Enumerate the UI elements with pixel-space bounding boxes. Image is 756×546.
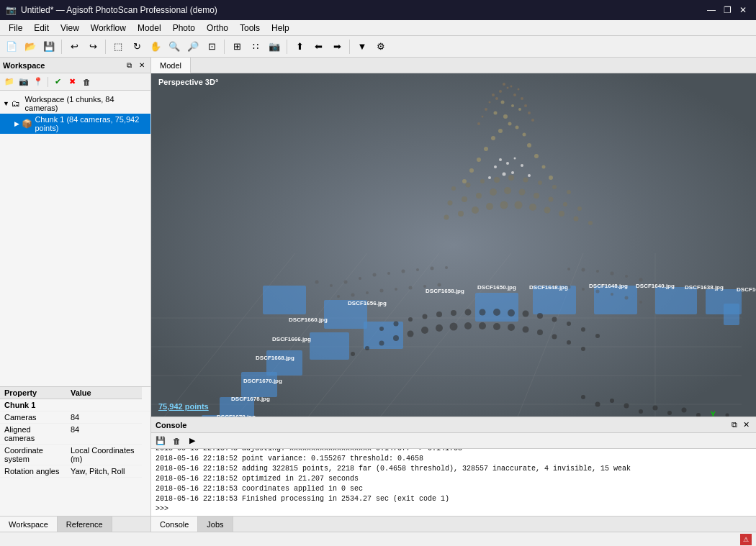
save-button[interactable]: 💾 [40,38,58,55]
console-controls: ⧉ ✕ [729,420,752,429]
ws-add-marker[interactable]: 📍 [32,76,45,88]
svg-point-56 [523,133,526,137]
tree-chunk[interactable]: ▶ 📦 Chunk 1 (84 cameras, 75,942 points) [0,114,150,134]
prop-header-property: Property [0,387,66,399]
view-top[interactable]: ⬆ [291,38,308,55]
tab-jobs[interactable]: Jobs [198,517,233,532]
svg-point-63 [462,179,467,183]
svg-point-46 [531,119,534,122]
redo-button[interactable]: ↪ [84,38,102,55]
svg-point-110 [402,270,405,273]
tab-model[interactable]: Model [151,58,191,73]
svg-point-95 [499,158,502,161]
menu-photo[interactable]: Photo [167,20,201,35]
ws-delete[interactable]: 🗑 [80,76,93,88]
open-button[interactable]: 📂 [22,38,39,55]
prop-row-4: Rotation anglesYaw, Pitch, Roll [0,465,150,478]
svg-rect-16 [241,372,277,397]
menu-tools[interactable]: Tools [234,20,266,35]
tab-reference[interactable]: Reference [58,517,112,532]
restore-button[interactable]: ❐ [720,3,734,17]
new-button[interactable]: 📄 [3,38,20,55]
menu-model[interactable]: Model [132,20,167,35]
grid-button[interactable]: ⊞ [228,38,246,55]
console-output[interactable]: 2018-05-16 22:18:48 adjusting: xxxxxxxxx… [151,449,756,516]
camera-button[interactable]: 📷 [266,38,283,55]
zoom-in-button[interactable]: 🔍 [166,38,183,55]
svg-point-134 [625,296,629,300]
console-clear-button[interactable]: 🗑 [170,434,183,447]
console-line: 2018-05-16 22:18:48 adjusting: xxxxxxxxx… [156,449,752,454]
ws-add-camera[interactable]: 📷 [17,76,30,88]
svg-point-100 [503,173,506,176]
tab-console[interactable]: Console [151,517,198,532]
svg-point-141 [451,310,456,316]
zoom-out-button[interactable]: 🔎 [184,38,202,55]
svg-point-163 [508,324,515,331]
console-float-button[interactable]: ⧉ [729,420,739,429]
svg-point-79 [519,189,526,196]
view-side[interactable]: ➡ [328,38,346,55]
svg-point-59 [477,158,481,162]
svg-point-92 [559,211,564,217]
workspace-float-button[interactable]: ⧉ [123,60,135,71]
menu-edit[interactable]: Edit [28,20,55,35]
tree-chunk-icon: 📦 [22,119,32,129]
ws-error[interactable]: ✖ [66,76,78,88]
svg-rect-11 [263,286,306,314]
svg-point-71 [538,181,542,185]
svg-point-106 [344,281,348,284]
svg-point-144 [493,309,500,316]
prop-key: Rotation angles [0,465,66,478]
toolbar: 📄 📂 💾 ↩ ↪ ⬚ ↻ ✋ 🔍 🔎 ⊡ ⊞ ∷ 📷 ⬆ ⬅ ➡ ▼ ⚙ [0,36,756,58]
svg-point-32 [507,87,509,89]
console-lines: 2018-05-16 22:18:48 adjusting: xxxxxxxxx… [156,449,752,514]
svg-point-70 [523,178,528,183]
menu-workflow[interactable]: Workflow [85,20,132,35]
ws-add-chunk[interactable]: 📁 [3,76,16,88]
svg-point-91 [544,207,551,214]
scene-viewport-svg: Y X Z DSCF1656.jpg DSCF1658.jpg DSCF1650… [151,73,756,417]
console-run-button[interactable]: ▶ [186,434,199,447]
titlebar-controls: — ❐ ✕ [704,3,750,17]
prop-key: Coordinate system [0,445,66,465]
svg-point-39 [489,101,491,104]
zoom-fit-button[interactable]: ⊡ [203,38,220,55]
menu-file[interactable]: File [3,20,28,35]
tree-root[interactable]: ▼ 🗂 Workspace (1 chunks, 84 cameras) [0,94,150,114]
close-button[interactable]: ✕ [736,3,750,17]
view-front[interactable]: ⬅ [310,38,327,55]
svg-point-155 [393,335,399,341]
rotate-button[interactable]: ↻ [128,38,145,55]
select-button[interactable]: ⬚ [109,38,127,55]
points-button[interactable]: ∷ [247,38,264,55]
svg-point-116 [596,270,599,273]
workspace-close-button[interactable]: ✕ [136,60,148,71]
ws-ok[interactable]: ✔ [51,76,64,88]
svg-point-34 [510,86,513,88]
app-title: Untitled* — Agisoft PhotoScan Profession… [21,5,217,15]
svg-point-147 [537,313,543,319]
console-save-button[interactable]: 💾 [154,434,167,447]
undo-button[interactable]: ↩ [66,38,83,55]
menu-view[interactable]: View [55,20,85,35]
svg-point-102 [488,176,491,179]
svg-point-48 [511,104,514,107]
svg-point-112 [431,267,434,270]
minimize-button[interactable]: — [704,3,719,17]
console-close-button[interactable]: ✕ [741,420,752,429]
menu-help[interactable]: Help [266,20,295,35]
viewport-3d[interactable]: Perspective 3D° 75,942 points [151,73,756,417]
svg-point-54 [516,126,519,129]
pan-button[interactable]: ✋ [147,38,164,55]
tab-workspace[interactable]: Workspace [0,517,58,532]
svg-point-69 [508,175,514,181]
prop-value: Local Coordinates (m) [66,445,142,465]
viewport-points-label[interactable]: 75,942 points [158,402,209,411]
toolbar-settings[interactable]: ⚙ [372,38,390,55]
menu-more[interactable]: ▼ [354,38,371,55]
svg-point-101 [511,171,514,174]
menu-ortho[interactable]: Ortho [201,20,234,35]
toolbar-sep-1 [61,40,62,54]
svg-point-169 [581,395,585,399]
